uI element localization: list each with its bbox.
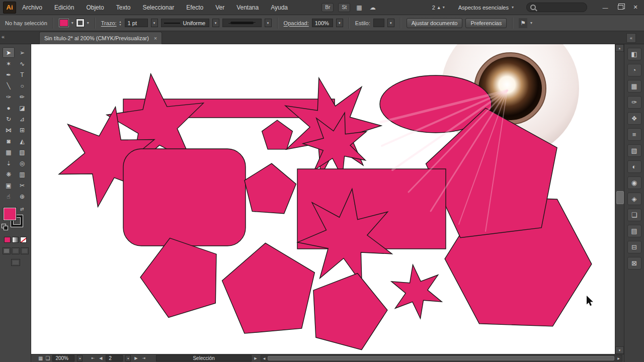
- app-logo-icon[interactable]: Ai: [3, 2, 16, 14]
- symbol-sprayer-tool[interactable]: ❋: [3, 169, 15, 179]
- menu-objeto[interactable]: Objeto: [86, 4, 104, 11]
- type-tool[interactable]: T: [16, 69, 28, 80]
- screen-mode-button[interactable]: [11, 259, 20, 266]
- scroll-down-icon[interactable]: ▼: [615, 346, 624, 354]
- artboard-dropdown[interactable]: ▾: [125, 355, 131, 361]
- line-segment-tool[interactable]: ╲: [3, 80, 15, 91]
- fill-swatch[interactable]: [4, 208, 16, 220]
- document-setup-icon[interactable]: ⚑: [519, 18, 527, 28]
- document-tab[interactable]: Sin título-2* al 200% (CMYK/Previsualiza…: [39, 32, 162, 44]
- blob-brush-tool[interactable]: ●: [3, 103, 15, 113]
- stroke-color-swatch[interactable]: [76, 19, 84, 27]
- shape-builder-tool[interactable]: ◙: [3, 136, 15, 146]
- menu-edicion[interactable]: Edición: [54, 4, 74, 11]
- horizontal-scrollbar[interactable]: ◀ ▶: [261, 355, 622, 361]
- status-flyout-icon[interactable]: ▶: [254, 356, 257, 360]
- horizontal-scrollbar-thumb[interactable]: [268, 356, 614, 360]
- scale-tool[interactable]: ⊿: [16, 114, 28, 124]
- hand-tool[interactable]: ☝: [3, 191, 15, 202]
- next-artboard-button[interactable]: ▶: [133, 356, 138, 360]
- opacity-panel-link[interactable]: Opacidad:: [284, 20, 309, 26]
- selection-tool[interactable]: ➤: [3, 47, 15, 58]
- workspace-switcher[interactable]: Aspectos esenciales ▾: [458, 5, 514, 11]
- free-transform-tool[interactable]: ⊞: [16, 125, 28, 135]
- column-graph-tool[interactable]: ▥: [16, 169, 28, 179]
- stroke-panel-link[interactable]: Trazo:: [101, 20, 117, 26]
- draw-behind-mode-button[interactable]: [12, 247, 20, 254]
- artboard-canvas[interactable]: [31, 44, 615, 354]
- bridge-button[interactable]: Br: [321, 3, 334, 12]
- eraser-tool[interactable]: ◪: [16, 103, 28, 113]
- menu-efecto[interactable]: Efecto: [186, 4, 203, 11]
- graphic-styles-panel-icon[interactable]: ◈: [627, 193, 641, 205]
- style-swatch[interactable]: [373, 19, 384, 27]
- fit-document-button[interactable]: Ajustar documento: [407, 18, 463, 28]
- width-profile-dropdown[interactable]: ▾: [212, 19, 219, 27]
- color-guide-panel-icon[interactable]: ◔: [627, 64, 641, 76]
- ellipse-tool[interactable]: ○: [16, 80, 28, 91]
- previous-artboard-button[interactable]: ◀: [98, 356, 103, 360]
- transparency-panel-icon[interactable]: ◐: [627, 160, 641, 173]
- gradient-tool[interactable]: ▧: [16, 147, 28, 157]
- chevron-down-icon[interactable]: ▾: [530, 21, 532, 25]
- collapse-dock-icon[interactable]: «: [626, 33, 636, 43]
- swap-fill-stroke-icon[interactable]: ⇄: [20, 207, 24, 212]
- page-setup-icon[interactable]: ❏: [45, 355, 50, 361]
- vertical-scrollbar[interactable]: ▲ ▼: [615, 44, 624, 354]
- magic-wand-tool[interactable]: ✶: [3, 58, 15, 69]
- eyedropper-tool[interactable]: ⇣: [3, 158, 15, 168]
- width-profile-select[interactable]: Uniforme: [161, 19, 209, 27]
- search-input[interactable]: [526, 3, 587, 12]
- last-artboard-button[interactable]: ⇥: [141, 356, 146, 360]
- opacity-value[interactable]: 100%: [312, 19, 333, 27]
- pink-rounded-rectangle[interactable]: [123, 149, 246, 246]
- color-panel-icon[interactable]: ◧: [627, 48, 641, 60]
- gradient-panel-icon[interactable]: ▧: [627, 144, 641, 157]
- artboard-tool[interactable]: ▣: [3, 180, 15, 191]
- fill-color-swatch[interactable]: [59, 19, 68, 27]
- chevron-down-icon[interactable]: ▾: [87, 21, 89, 25]
- opacity-dropdown[interactable]: ▾: [336, 19, 343, 27]
- mesh-tool[interactable]: ▦: [3, 147, 15, 157]
- stroke-width-dropdown[interactable]: ▾: [151, 19, 158, 27]
- blend-tool[interactable]: ◎: [16, 158, 28, 168]
- zoom-tool[interactable]: ⊕: [16, 191, 28, 202]
- style-dropdown[interactable]: ▾: [387, 19, 394, 27]
- brush-definition-select[interactable]: [222, 19, 262, 27]
- close-button[interactable]: ✕: [628, 2, 643, 14]
- vertical-scrollbar-thumb[interactable]: [616, 191, 624, 204]
- default-fill-stroke-icon[interactable]: [2, 224, 6, 228]
- collapse-toolbar-icon[interactable]: «: [2, 34, 5, 40]
- slice-tool[interactable]: ✂: [16, 180, 28, 191]
- none-button[interactable]: [20, 237, 27, 243]
- draw-inside-mode-button[interactable]: [21, 247, 29, 254]
- first-artboard-button[interactable]: ⇤: [90, 356, 96, 360]
- layers-panel-icon[interactable]: ❏: [627, 209, 641, 221]
- scroll-up-icon[interactable]: ▲: [615, 44, 624, 52]
- menu-seleccionar[interactable]: Seleccionar: [142, 4, 174, 11]
- menu-texto[interactable]: Texto: [116, 4, 131, 11]
- close-tab-icon[interactable]: ×: [154, 35, 157, 41]
- artboard-number-value[interactable]: 2: [106, 355, 123, 361]
- gradient-button[interactable]: [12, 237, 19, 243]
- paintbrush-tool[interactable]: ✑: [3, 92, 15, 102]
- menu-ver[interactable]: Ver: [215, 4, 224, 11]
- rotate-tool[interactable]: ↻: [3, 114, 15, 124]
- minimize-button[interactable]: —: [598, 2, 613, 14]
- preferences-button[interactable]: Preferencias: [465, 18, 507, 28]
- pathfinder-panel-icon[interactable]: ⊠: [627, 257, 641, 269]
- menu-ventana[interactable]: Ventana: [236, 4, 259, 11]
- zoom-dropdown[interactable]: ▾: [77, 355, 83, 361]
- swatches-panel-icon[interactable]: ▦: [627, 80, 641, 93]
- stroke-width-value[interactable]: 1 pt: [125, 19, 148, 27]
- perspective-grid-tool[interactable]: ◭: [16, 136, 28, 146]
- align-panel-icon[interactable]: ⊟: [627, 241, 641, 253]
- brushes-panel-icon[interactable]: ✑: [627, 96, 641, 109]
- color-button[interactable]: [4, 237, 11, 243]
- brush-definition-dropdown[interactable]: ▾: [265, 19, 272, 27]
- sync-status[interactable]: 2 ▲ ▾: [432, 5, 445, 11]
- scroll-right-icon[interactable]: ▶: [615, 356, 622, 360]
- cs-live-icon[interactable]: ☁: [368, 3, 377, 13]
- stock-button[interactable]: St: [338, 3, 350, 12]
- menu-archivo[interactable]: Archivo: [22, 4, 42, 11]
